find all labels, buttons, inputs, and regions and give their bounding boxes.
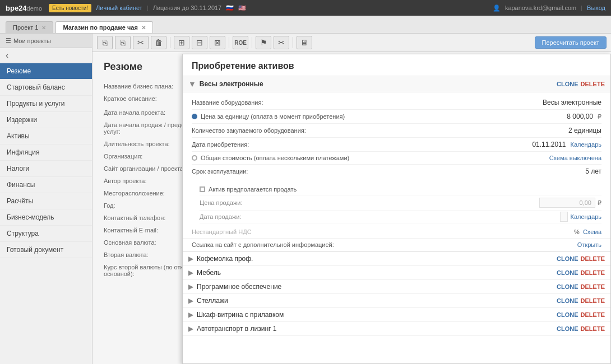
logout-link[interactable]: Выход bbox=[587, 4, 605, 11]
main-asset-detail: Название оборудования: Весы электронные … bbox=[183, 92, 610, 181]
main-container: ☰ Мои проекты ‹ Резюме Стартовый баланс … bbox=[0, 34, 611, 364]
asset-title-4: Шкаф-витрина с прилавком bbox=[197, 311, 557, 319]
asset-clone-1[interactable]: CLONE bbox=[557, 269, 578, 276]
toolbar-text-icon[interactable]: ROE bbox=[233, 36, 248, 49]
asset-delete-2[interactable]: DELETE bbox=[581, 283, 605, 290]
tab-tea-shop-close[interactable]: ✕ bbox=[141, 25, 146, 31]
toolbar: ⎘ ⎘ ✂ 🗑 ⊞ ⊟ ⊠ ROE ⚑ ✂ 🖥 Пересчитать прое… bbox=[92, 34, 611, 52]
asset-clone-4[interactable]: CLONE bbox=[557, 311, 578, 318]
sidebar-item-calculations[interactable]: Расчёты bbox=[0, 193, 92, 209]
other-assets-list: ▶ Кофемолка проф. CLONE DELETE ▶ Мебель … bbox=[183, 252, 610, 336]
recalc-button[interactable]: Пересчитать проект bbox=[535, 36, 607, 49]
detail-purchase-date: Дата приобретения: 01.11.2011 Календарь bbox=[192, 138, 601, 152]
main-asset-title-container: ▼ Весы электронные bbox=[188, 80, 557, 88]
info-open-link[interactable]: Открыть bbox=[577, 241, 601, 248]
toolbar-copy-icon[interactable]: ⎘ bbox=[97, 36, 113, 49]
sidebar-item-start-balance-label: Стартовый баланс bbox=[7, 83, 65, 91]
radio-price-unit[interactable] bbox=[192, 114, 197, 119]
sale-date-calendar[interactable]: Календарь bbox=[570, 213, 601, 220]
detail-equipment-name: Название оборудования: Весы электронные bbox=[192, 96, 601, 110]
sale-checkbox-row: Актив предполагается продать bbox=[200, 184, 601, 195]
asset-clone-0[interactable]: CLONE bbox=[557, 255, 578, 262]
toolbar-grid1-icon[interactable]: ⊞ bbox=[174, 36, 189, 49]
tab-project1[interactable]: Проект 1 ✕ bbox=[6, 21, 53, 33]
tab-project1-close[interactable]: ✕ bbox=[41, 25, 46, 31]
purchase-date-calendar[interactable]: Календарь bbox=[570, 141, 601, 148]
sale-price-row: Цена продажи: 0,00 ₽ bbox=[200, 195, 601, 211]
asset-list-item-1[interactable]: ▶ Мебель CLONE DELETE bbox=[183, 266, 610, 280]
sidebar-item-document-label: Готовый документ bbox=[7, 246, 63, 254]
toolbar-scissors-icon[interactable]: ✂ bbox=[133, 36, 149, 49]
sale-date-input[interactable] bbox=[560, 212, 568, 222]
sidebar-item-products[interactable]: Продукты и услуги bbox=[0, 96, 92, 112]
sidebar-collapse-button[interactable]: ‹ bbox=[0, 48, 92, 63]
asset-title-2: Программное обеспечение bbox=[197, 283, 557, 291]
main-asset-delete-button[interactable]: DELETE bbox=[581, 81, 605, 87]
tab-tea-shop[interactable]: Магазин по продаже чая ✕ bbox=[55, 21, 152, 33]
asset-list-item-3[interactable]: ▶ Стеллажи CLONE DELETE bbox=[183, 294, 610, 308]
toolbar-delete-icon[interactable]: 🗑 bbox=[151, 36, 166, 49]
asset-list-item-0[interactable]: ▶ Кофемолка проф. CLONE DELETE bbox=[183, 252, 610, 266]
sidebar-item-assets[interactable]: Активы bbox=[0, 128, 92, 144]
asset-delete-3[interactable]: DELETE bbox=[581, 297, 605, 304]
sidebar-item-assets-label: Активы bbox=[7, 132, 30, 140]
asset-title-3: Стеллажи bbox=[197, 297, 557, 305]
asset-delete-5[interactable]: DELETE bbox=[581, 325, 605, 332]
brand-logo: bpe24demo bbox=[6, 4, 42, 12]
sidebar-header-label: Мои проекты bbox=[13, 38, 51, 44]
personal-cabinet-link[interactable]: Личный кабинет bbox=[96, 4, 142, 11]
asset-clone-3[interactable]: CLONE bbox=[557, 297, 578, 304]
main-asset-clone-button[interactable]: CLONE bbox=[557, 81, 578, 87]
radio-total-cost[interactable] bbox=[192, 155, 197, 161]
sidebar-item-finance[interactable]: Финансы bbox=[0, 177, 92, 193]
detail-quantity: Количество закупаемого оборудования: 2 е… bbox=[192, 124, 601, 138]
tab-tea-shop-label: Магазин по продаже чая bbox=[63, 24, 137, 31]
toolbar-copy2-icon[interactable]: ⎘ bbox=[115, 36, 131, 49]
main-asset-actions: CLONE DELETE bbox=[557, 81, 605, 87]
asset-bullet-0: ▶ bbox=[188, 255, 193, 263]
asset-delete-0[interactable]: DELETE bbox=[581, 255, 605, 262]
vat-scheme-link[interactable]: Схема bbox=[583, 228, 601, 235]
toolbar-grid3-icon[interactable]: ⊠ bbox=[210, 36, 225, 49]
sidebar-item-costs-label: Издержки bbox=[7, 116, 37, 124]
toolbar-grid2-icon[interactable]: ⊟ bbox=[192, 36, 207, 49]
asset-list-item-5[interactable]: ▶ Автотранспорт в лизинг 1 CLONE DELETE bbox=[183, 322, 610, 336]
detail-total-cost: Общая стоимость (оплата несколькими плат… bbox=[192, 152, 601, 165]
sale-checkbox[interactable] bbox=[200, 186, 205, 192]
sidebar-item-inflation[interactable]: Инфляция bbox=[0, 144, 92, 161]
user-email: kapanova.krd@gmail.com bbox=[505, 4, 576, 11]
sidebar-header[interactable]: ☰ Мои проекты bbox=[0, 34, 92, 48]
sale-price-input[interactable]: 0,00 bbox=[539, 198, 595, 208]
asset-title-5: Автотранспорт в лизинг 1 bbox=[197, 325, 557, 333]
sidebar-item-taxes[interactable]: Налоги bbox=[0, 161, 92, 177]
asset-delete-4[interactable]: DELETE bbox=[581, 311, 605, 318]
toolbar-flag-icon[interactable]: ⚑ bbox=[256, 36, 271, 49]
assets-panel: Приобретение активов ▼ Весы электронные … bbox=[182, 54, 611, 364]
sidebar-item-business-model[interactable]: Бизнес-модель bbox=[0, 209, 92, 226]
flag-en[interactable]: 🇺🇸 bbox=[238, 4, 246, 12]
toolbar-monitor-icon[interactable]: 🖥 bbox=[297, 36, 312, 49]
asset-clone-2[interactable]: CLONE bbox=[557, 283, 578, 290]
sidebar-item-structure[interactable]: Структура bbox=[0, 226, 92, 242]
asset-bullet-5: ▶ bbox=[188, 325, 193, 333]
sidebar-item-document[interactable]: Готовый документ bbox=[0, 242, 92, 258]
sidebar-item-costs[interactable]: Издержки bbox=[0, 112, 92, 128]
asset-bullet-1: ▶ bbox=[188, 269, 193, 277]
asset-list-item-2[interactable]: ▶ Программное обеспечение CLONE DELETE bbox=[183, 280, 610, 294]
hamburger-icon: ☰ bbox=[6, 37, 11, 44]
main-asset-section: ▼ Весы электронные CLONE DELETE Название… bbox=[183, 76, 610, 252]
sidebar-item-taxes-label: Налоги bbox=[7, 165, 29, 172]
sidebar-item-resume[interactable]: Резюме bbox=[0, 63, 92, 80]
asset-delete-1[interactable]: DELETE bbox=[581, 269, 605, 276]
top-bar: bpe24demo Есть новости! Личный кабинет |… bbox=[0, 0, 611, 16]
asset-clone-5[interactable]: CLONE bbox=[557, 325, 578, 332]
sidebar-item-start-balance[interactable]: Стартовый баланс bbox=[0, 80, 92, 96]
asset-list-item-4[interactable]: ▶ Шкаф-витрина с прилавком CLONE DELETE bbox=[183, 308, 610, 322]
sidebar-item-products-label: Продукты и услуги bbox=[7, 100, 65, 108]
flag-ru[interactable]: 🇷🇺 bbox=[226, 4, 234, 12]
tab-project1-label: Проект 1 bbox=[13, 24, 38, 31]
toolbar-cut-icon[interactable]: ✂ bbox=[274, 36, 289, 49]
payment-scheme-link[interactable]: Схема выключена bbox=[549, 155, 601, 161]
news-button[interactable]: Есть новости! bbox=[49, 4, 91, 12]
asset-title-0: Кофемолка проф. bbox=[197, 255, 557, 263]
